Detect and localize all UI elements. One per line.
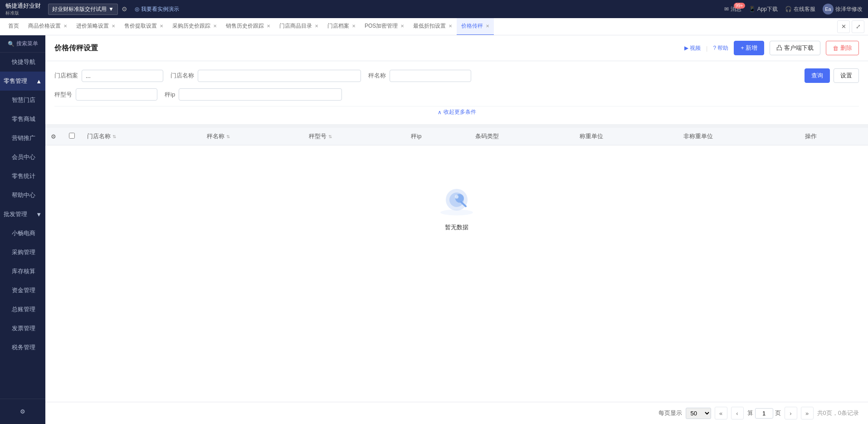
tab-store-file[interactable]: 门店档案 ✕ <box>323 18 360 35</box>
search-icon: 🔍 <box>8 41 15 47</box>
tab-close-store-file[interactable]: ✕ <box>352 24 356 29</box>
tab-purchase-history[interactable]: 采购历史价跟踪 ✕ <box>168 18 221 35</box>
store-file-select[interactable]: ... <box>82 70 163 82</box>
delete-label: 删除 <box>840 44 852 52</box>
tab-close-pos[interactable]: ✕ <box>400 24 404 29</box>
tab-purchase-strategy[interactable]: 进价策略设置 ✕ <box>72 18 120 35</box>
sidebar-item-help[interactable]: 帮助中心 <box>0 186 45 205</box>
settings-icon[interactable]: ⚙ <box>122 5 127 13</box>
tab-close-store-catalog[interactable]: ✕ <box>315 24 318 29</box>
sidebar-item-purchase[interactable]: 采购管理 <box>0 243 45 262</box>
add-button[interactable]: + 新增 <box>734 41 764 55</box>
scale-ip-input[interactable] <box>179 88 342 101</box>
download-label: 凸 客户端下载 <box>776 44 814 52</box>
sidebar-bottom: ⚙ <box>0 399 45 424</box>
next-page-btn[interactable]: › <box>785 407 797 419</box>
select-all-checkbox[interactable] <box>69 133 75 139</box>
app-download-label: App下载 <box>757 5 778 13</box>
last-page-btn[interactable]: » <box>801 407 814 419</box>
tab-close-sale-price[interactable]: ✕ <box>160 24 163 29</box>
sidebar-item-tax[interactable]: 税务管理 <box>0 338 45 357</box>
query-label: 查询 <box>811 72 823 80</box>
download-button[interactable]: 凸 客户端下载 <box>770 41 820 55</box>
tab-close-sales-history[interactable]: ✕ <box>267 24 270 29</box>
demo-link[interactable]: ◎ 我要看实例演示 <box>135 5 179 13</box>
sidebar-finance-label: 资金管理 <box>12 286 35 294</box>
demo-icon: ◎ <box>135 6 139 12</box>
help-link[interactable]: ? 帮助 <box>713 44 728 52</box>
main-layout: 🔍 搜索菜单 快捷导航 零售管理 ▲ 智慧门店 零售商城 营销推广 会员中心 零… <box>0 35 868 424</box>
sidebar-retail-arrow: ▲ <box>36 78 42 85</box>
tab-close-price-scale[interactable]: ✕ <box>486 24 489 29</box>
sidebar-item-retail-mall[interactable]: 零售商城 <box>0 110 45 129</box>
user-name: 徐泽华修改 <box>835 5 863 13</box>
scale-name-input[interactable] <box>390 70 471 82</box>
sort-scale-model[interactable]: ⇅ <box>328 134 332 139</box>
tab-store-catalog[interactable]: 门店商品目录 ✕ <box>275 18 323 35</box>
user-info[interactable]: Ea 徐泽华修改 <box>823 4 863 14</box>
svg-point-5 <box>455 195 458 199</box>
sidebar-wholesale-arrow: ▼ <box>36 211 42 218</box>
settings-filter-button[interactable]: 设置 <box>834 68 859 83</box>
tab-price-scale[interactable]: 价格传秤 ✕ <box>457 18 494 35</box>
sidebar-item-ecommerce[interactable]: 小畅电商 <box>0 224 45 243</box>
tab-bar: 首页 商品价格设置 ✕ 进价策略设置 ✕ 售价提取设置 ✕ 采购历史价跟踪 ✕ … <box>0 18 868 35</box>
video-icon: ▶ <box>684 45 688 51</box>
sidebar-search[interactable]: 🔍 搜索菜单 <box>0 35 45 53</box>
tab-sale-price[interactable]: 售价提取设置 ✕ <box>120 18 168 35</box>
sidebar-item-invoice[interactable]: 发票管理 <box>0 319 45 338</box>
sidebar-item-quick-nav[interactable]: 快捷导航 <box>0 53 45 72</box>
empty-state: 暂无数据 <box>45 145 868 268</box>
sidebar-item-retail[interactable]: 零售管理 ▲ <box>0 72 45 91</box>
collapse-more[interactable]: ∧ 收起更多条件 <box>54 106 859 120</box>
tab-product-price[interactable]: 商品价格设置 ✕ <box>24 18 72 35</box>
phone-icon: 📱 <box>749 6 756 12</box>
col-settings[interactable]: ⚙ <box>45 128 63 145</box>
tab-expand-btn[interactable]: ⤢ <box>852 20 864 33</box>
tab-close-product-price[interactable]: ✕ <box>63 24 67 29</box>
page-input[interactable] <box>755 408 773 419</box>
first-page-btn[interactable]: « <box>715 407 727 419</box>
tab-pos[interactable]: POS加密管理 ✕ <box>360 18 409 35</box>
sort-store-name[interactable]: ⇅ <box>112 134 116 139</box>
tab-min-discount[interactable]: 最低折扣设置 ✕ <box>409 18 457 35</box>
sidebar-item-ledger[interactable]: 总账管理 <box>0 300 45 319</box>
store-name-input[interactable] <box>198 70 361 82</box>
table-section: ⚙ 门店名称 ⇅ 秤名称 ⇅ <box>45 128 868 402</box>
col-barcode-type: 条码类型 <box>470 128 574 145</box>
scale-ip-label: 秤ip <box>165 91 175 99</box>
store-file-label: 门店档案 <box>54 72 78 80</box>
help-label: 帮助 <box>717 44 728 52</box>
sort-scale-name[interactable]: ⇅ <box>226 134 230 139</box>
page-header: 价格传秤设置 ▶ 视频 | ? 帮助 + 新增 凸 客户端下载 🗑 <box>45 35 868 61</box>
query-button[interactable]: 查询 <box>805 68 830 83</box>
tab-sales-history[interactable]: 销售历史价跟踪 ✕ <box>221 18 275 35</box>
tab-close-purchase-history[interactable]: ✕ <box>213 24 217 29</box>
col-action: 操作 <box>800 128 868 145</box>
sidebar-member-label: 会员中心 <box>12 153 35 161</box>
message-item[interactable]: ✉ 99+ 消息 <box>724 5 741 13</box>
tab-close-all-btn[interactable]: ✕ <box>837 20 850 33</box>
version-selector[interactable]: 好业财标准版交付试用 ▼ <box>48 4 118 15</box>
sidebar-item-smart-store[interactable]: 智慧门店 <box>0 91 45 110</box>
video-link[interactable]: ▶ 视频 <box>684 44 701 52</box>
online-service-item[interactable]: 🎧 在线客服 <box>785 5 815 13</box>
sidebar-item-marketing[interactable]: 营销推广 <box>0 129 45 148</box>
col-checkbox[interactable] <box>63 128 82 145</box>
tab-close-purchase-strategy[interactable]: ✕ <box>112 24 115 29</box>
app-download-item[interactable]: 📱 App下载 <box>749 5 778 13</box>
scale-model-input[interactable] <box>76 88 157 101</box>
sidebar-item-finance[interactable]: 资金管理 <box>0 281 45 300</box>
app-subtitle: 标准版 <box>5 10 19 16</box>
tab-home[interactable]: 首页 <box>4 18 24 35</box>
pagination-page: 算 页 <box>747 408 781 419</box>
prev-page-btn[interactable]: ‹ <box>731 407 744 419</box>
tab-close-min-discount[interactable]: ✕ <box>449 24 452 29</box>
sidebar-gear-btn[interactable]: ⚙ <box>0 404 45 419</box>
sidebar-item-inventory[interactable]: 库存核算 <box>0 262 45 281</box>
sidebar-item-member[interactable]: 会员中心 <box>0 148 45 167</box>
sidebar-item-wholesale[interactable]: 批发管理 ▼ <box>0 205 45 224</box>
delete-button[interactable]: 🗑 删除 <box>826 41 859 55</box>
per-page-select[interactable]: 50 10 20 100 <box>686 408 711 419</box>
sidebar-item-retail-stats[interactable]: 零售统计 <box>0 167 45 186</box>
